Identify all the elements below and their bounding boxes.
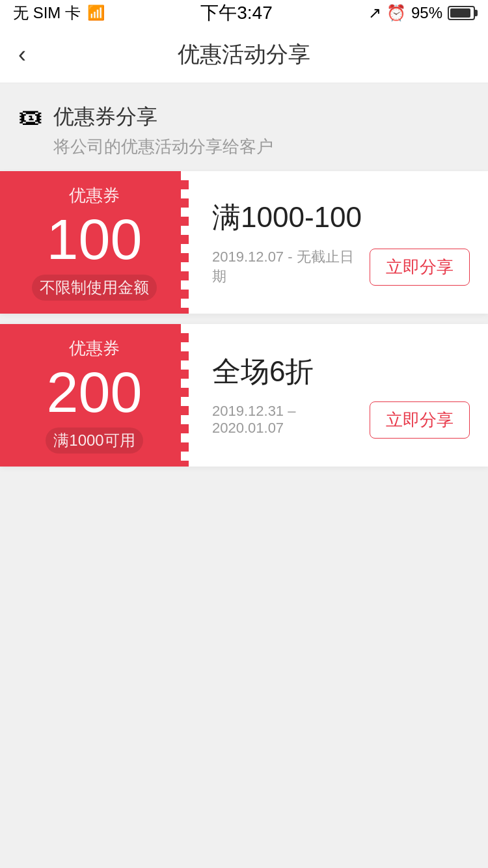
coupon-amount-2: 200 (47, 364, 142, 421)
battery-indicator (448, 6, 475, 20)
section-subtitle: 将公司的优惠活动分享给客户 (53, 135, 273, 158)
coupon-meta-1: 2019.12.07 - 无截止日期 立即分享 (212, 247, 470, 286)
coupon-card-2: 优惠券 200 满1000可用 全场6折 2019.12.31 – 2020.0… (0, 324, 488, 467)
coupon-card-1: 优惠券 100 不限制使用金额 满1000-100 2019.12.07 - 无… (0, 171, 488, 314)
coupon-right-1: 满1000-100 2019.12.07 - 无截止日期 立即分享 (194, 171, 488, 314)
coupon-condition-2: 满1000可用 (46, 427, 142, 454)
status-left: 无 SIM 卡 📶 (13, 3, 105, 23)
empty-area (0, 496, 488, 854)
back-button[interactable]: ‹ (18, 41, 26, 68)
coupon-left-2: 优惠券 200 满1000可用 (0, 324, 189, 467)
coupon-date-2: 2019.12.31 – 2020.01.07 (212, 403, 362, 437)
nav-title: 优惠活动分享 (178, 40, 310, 70)
alarm-icon: ⏰ (386, 4, 406, 22)
coupon-amount-1: 100 (47, 211, 142, 268)
status-right: ↗ ⏰ 95% (368, 4, 475, 22)
location-icon: ↗ (368, 4, 381, 22)
status-bar: 无 SIM 卡 📶 下午3:47 ↗ ⏰ 95% (0, 0, 488, 26)
coupon-condition-1: 不限制使用金额 (32, 275, 157, 301)
coupon-label-1: 优惠券 (69, 184, 120, 207)
status-time: 下午3:47 (200, 1, 273, 25)
section-text: 优惠券分享 将公司的优惠活动分享给客户 (53, 103, 273, 158)
section-header: 🎟 优惠券分享 将公司的优惠活动分享给客户 (0, 83, 488, 171)
coupon-share-icon: 🎟 (18, 104, 43, 129)
coupon-meta-2: 2019.12.31 – 2020.01.07 立即分享 (212, 401, 470, 439)
coupon-label-2: 优惠券 (69, 337, 120, 360)
carrier-label: 无 SIM 卡 (13, 3, 81, 23)
nav-bar: ‹ 优惠活动分享 (0, 26, 488, 83)
coupon-left-1: 优惠券 100 不限制使用金额 (0, 171, 189, 314)
battery-label: 95% (411, 4, 442, 22)
section-title: 优惠券分享 (53, 103, 273, 131)
share-button-1[interactable]: 立即分享 (370, 249, 470, 286)
coupon-right-2: 全场6折 2019.12.31 – 2020.01.07 立即分享 (194, 324, 488, 467)
coupon-title-1: 满1000-100 (212, 198, 470, 237)
coupon-date-1: 2019.12.07 - 无截止日期 (212, 247, 362, 286)
coupon-title-2: 全场6折 (212, 353, 470, 391)
share-button-2[interactable]: 立即分享 (370, 401, 470, 439)
wifi-icon: 📶 (87, 5, 105, 21)
coupon-list: 优惠券 100 不限制使用金额 满1000-100 2019.12.07 - 无… (0, 171, 488, 496)
